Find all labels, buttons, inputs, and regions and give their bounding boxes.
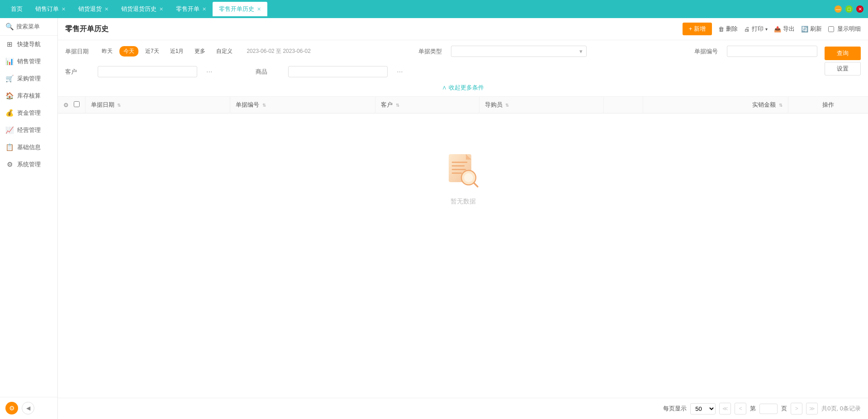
close-tab-retail-open[interactable]: ✕ xyxy=(202,6,206,12)
col-customer[interactable]: 客户 ⇅ xyxy=(375,97,479,113)
close-tab-sales-order[interactable]: ✕ xyxy=(62,6,66,12)
sales-icon: 📊 xyxy=(5,57,14,66)
display-detail-checkbox[interactable] xyxy=(828,26,834,32)
col-select-all: ⚙ xyxy=(58,97,85,113)
close-tab-retail-open-history[interactable]: ✕ xyxy=(257,6,261,12)
sidebar-item-sys-mgmt[interactable]: ⚙ 系统管理 xyxy=(0,156,57,173)
filter-area: 单据日期 昨天 今天 近7天 近1月 更多 自定义 2023-06-02 至 2… xyxy=(58,40,868,97)
first-page-btn[interactable]: ≪ xyxy=(719,403,731,414)
select-all-checkbox[interactable] xyxy=(74,101,80,107)
bill-type-label: 单据类型 xyxy=(418,47,444,56)
col-actions: 操作 xyxy=(788,97,868,113)
header-actions: + 新增 🗑 删除 🖨 打印 ▾ 📤 导出 🔄 刷新 xyxy=(683,23,861,35)
date-btn-today[interactable]: 今天 xyxy=(119,46,138,56)
export-button[interactable]: 📤 导出 xyxy=(774,25,795,33)
close-button[interactable]: ✕ xyxy=(856,5,863,13)
window-controls: — □ ✕ xyxy=(835,5,863,13)
delete-button[interactable]: 🗑 删除 xyxy=(718,25,738,33)
sidebar-item-inventory[interactable]: 🏠 库存核算 xyxy=(0,87,57,104)
finance-icon: 💰 xyxy=(5,109,14,117)
sort-icon-customer: ⇅ xyxy=(396,103,399,108)
sys-mgmt-icon: ⚙ xyxy=(5,160,14,169)
date-range-text: 2023-06-02 至 2023-06-02 xyxy=(247,47,310,55)
print-icon: 🖨 xyxy=(744,26,750,33)
quick-nav-icon: ⊞ xyxy=(5,40,14,48)
last-page-btn[interactable]: ≫ xyxy=(806,403,818,414)
sidebar-item-quick-nav[interactable]: ⊞ 快捷导航 xyxy=(0,36,57,53)
print-button[interactable]: 🖨 打印 ▾ xyxy=(744,25,768,33)
date-btn-7days[interactable]: 近7天 xyxy=(141,46,163,56)
bill-no-input[interactable] xyxy=(727,46,817,57)
tab-sales-return[interactable]: 销货退货 ✕ xyxy=(72,2,115,16)
set-button[interactable]: 设置 xyxy=(825,62,861,75)
maximize-button[interactable]: □ xyxy=(845,5,853,13)
total-text: 共0页, 0条记录 xyxy=(821,405,861,413)
tab-home[interactable]: 首页 xyxy=(5,2,29,16)
sidebar-search[interactable]: 🔍 搜索菜单 xyxy=(0,18,57,36)
top-tabbar: 首页 销售订单 ✕ 销货退货 ✕ 销货退货历史 ✕ 零售开单 ✕ 零售开单历史 … xyxy=(0,0,868,18)
sidebar-item-label: 采购管理 xyxy=(17,75,41,83)
collapse-icon: ◀ xyxy=(26,405,30,411)
delete-icon: 🗑 xyxy=(718,26,724,33)
bill-type-dropdown-icon: ▾ xyxy=(579,48,583,55)
sidebar-bottom: ⚙ ◀ xyxy=(0,397,57,419)
operations-icon: 📈 xyxy=(5,126,14,134)
minimize-button[interactable]: — xyxy=(835,5,842,13)
settings-icon[interactable]: ⚙ xyxy=(63,102,69,108)
page-number-input[interactable]: 1 xyxy=(759,404,778,414)
display-detail-toggle[interactable]: 显示明细 xyxy=(828,25,861,33)
sidebar-item-label: 资金管理 xyxy=(17,109,41,117)
tab-retail-open-history[interactable]: 零售开单历史 ✕ xyxy=(213,2,267,16)
sidebar-item-purchase-mgmt[interactable]: 🛒 采购管理 xyxy=(0,70,57,87)
empty-illustration xyxy=(441,150,486,190)
sort-icon-date: ⇅ xyxy=(117,103,121,108)
collapse-more-btn[interactable]: ∧ 收起更多条件 xyxy=(65,82,861,94)
col-amount[interactable]: 实销金额 ⇅ xyxy=(643,97,788,113)
sidebar-item-label: 基础信息 xyxy=(17,143,41,151)
per-page-label: 每页显示 xyxy=(663,405,687,413)
col-guide[interactable]: 导购员 ⇅ xyxy=(479,97,603,113)
sidebar-item-operations[interactable]: 📈 经营管理 xyxy=(0,122,57,139)
per-page-select[interactable]: 10 20 50 100 xyxy=(690,403,716,414)
content-area: 零售开单历史 + 新增 🗑 删除 🖨 打印 ▾ 📤 导出 🔄 xyxy=(58,18,868,419)
filter-row-date: 单据日期 昨天 今天 近7天 近1月 更多 自定义 2023-06-02 至 2… xyxy=(65,46,817,57)
sort-icon-guide: ⇅ xyxy=(505,103,509,108)
close-tab-sales-return-history[interactable]: ✕ xyxy=(159,6,163,12)
customer-more-btn[interactable]: ··· xyxy=(204,68,214,76)
tab-retail-open[interactable]: 零售开单 ✕ xyxy=(170,2,213,16)
tab-sales-return-history[interactable]: 销货退货历史 ✕ xyxy=(115,2,170,16)
sidebar-item-finance[interactable]: 💰 资金管理 xyxy=(0,104,57,122)
settings-bottom-btn[interactable]: ⚙ xyxy=(5,402,18,414)
prev-page-btn[interactable]: < xyxy=(735,403,746,414)
pagination: 每页显示 10 20 50 100 ≪ < 第 1 页 > ≫ 共0页, 0条记… xyxy=(58,398,868,419)
col-bill-no[interactable]: 单据编号 ⇅ xyxy=(230,97,375,113)
page-label: 页 xyxy=(781,405,787,413)
settings-bottom-icon: ⚙ xyxy=(9,405,15,412)
sidebar-search-label: 搜索菜单 xyxy=(16,23,40,31)
refresh-button[interactable]: 🔄 刷新 xyxy=(801,25,822,33)
date-btn-custom[interactable]: 自定义 xyxy=(212,46,237,56)
add-button[interactable]: + 新增 xyxy=(683,23,712,35)
customer-input[interactable] xyxy=(98,66,197,77)
goods-more-btn[interactable]: ··· xyxy=(395,68,404,76)
date-btn-yesterday[interactable]: 昨天 xyxy=(98,46,117,56)
date-btn-more[interactable]: 更多 xyxy=(190,46,209,56)
sidebar-item-basic-info[interactable]: 📋 基础信息 xyxy=(0,139,57,156)
next-page-btn[interactable]: > xyxy=(791,403,802,414)
sidebar-collapse-btn[interactable]: ◀ xyxy=(22,402,34,414)
print-dropdown-icon: ▾ xyxy=(765,27,768,32)
col-bill-date[interactable]: 单据日期 ⇅ xyxy=(85,97,230,113)
close-tab-sales-return[interactable]: ✕ xyxy=(104,6,109,12)
filter-row-customer: 客户 ··· 商品 ··· xyxy=(65,66,817,77)
query-button[interactable]: 查询 xyxy=(825,47,861,60)
date-filter-label: 单据日期 xyxy=(65,47,90,56)
bill-type-select[interactable]: ▾ xyxy=(451,46,587,57)
tab-sales-order[interactable]: 销售订单 ✕ xyxy=(29,2,72,16)
bill-no-label: 单据编号 xyxy=(694,47,720,56)
sort-icon-amount: ⇅ xyxy=(779,103,783,108)
svg-line-8 xyxy=(474,183,478,187)
goods-input[interactable] xyxy=(288,66,388,77)
date-btn-1month[interactable]: 近1月 xyxy=(166,46,188,56)
sidebar-item-sales-mgmt[interactable]: 📊 销售管理 xyxy=(0,53,57,70)
data-table: ⚙ 单据日期 ⇅ 单据编号 ⇅ 客户 xyxy=(58,97,868,242)
